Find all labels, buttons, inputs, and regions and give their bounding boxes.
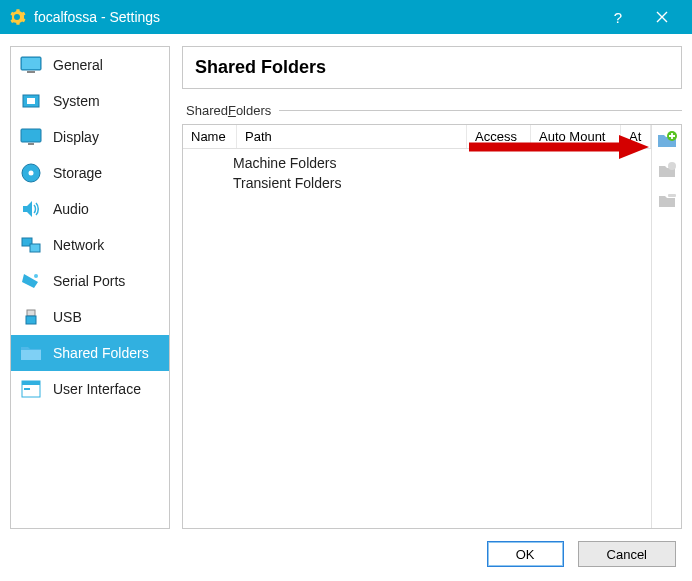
svg-rect-19 xyxy=(668,194,676,197)
edit-share-button[interactable] xyxy=(656,159,678,181)
sidebar-item-general[interactable]: General xyxy=(11,47,169,83)
remove-share-button[interactable] xyxy=(656,189,678,211)
help-button[interactable]: ? xyxy=(596,0,640,34)
svg-rect-1 xyxy=(22,58,40,69)
sidebar-item-label: Shared Folders xyxy=(53,345,149,361)
row-machine-folders[interactable]: Machine Folders xyxy=(233,155,651,171)
svg-point-18 xyxy=(668,162,676,170)
gear-icon xyxy=(8,8,26,26)
row-transient-folders[interactable]: Transient Folders xyxy=(233,175,651,191)
network-icon xyxy=(19,235,43,255)
settings-sidebar: General System Display Storage Audio Net… xyxy=(10,46,170,529)
sidebar-item-label: Network xyxy=(53,237,104,253)
sidebar-item-shared-folders[interactable]: Shared Folders xyxy=(11,335,169,371)
disk-icon xyxy=(19,163,43,183)
sidebar-item-label: General xyxy=(53,57,103,73)
sidebar-item-usb[interactable]: USB xyxy=(11,299,169,335)
sidebar-item-label: Serial Ports xyxy=(53,273,125,289)
table-rows: Machine Folders Transient Folders xyxy=(183,149,651,195)
svg-rect-16 xyxy=(24,388,30,390)
sidebar-item-label: USB xyxy=(53,309,82,325)
chip-icon xyxy=(19,91,43,111)
svg-point-8 xyxy=(29,171,34,176)
svg-rect-10 xyxy=(30,244,40,252)
page-title: Shared Folders xyxy=(182,46,682,89)
col-access[interactable]: Access xyxy=(467,125,531,148)
sidebar-item-label: Display xyxy=(53,129,99,145)
close-button[interactable] xyxy=(640,0,684,34)
window-title: focalfossa - Settings xyxy=(34,9,596,25)
ok-button[interactable]: OK xyxy=(487,541,564,567)
col-name[interactable]: Name xyxy=(183,125,237,148)
col-auto-mount[interactable]: Auto Mount xyxy=(531,125,621,148)
sidebar-item-audio[interactable]: Audio xyxy=(11,191,169,227)
shared-folders-table: Name Path Access Auto Mount At Machine F… xyxy=(182,124,682,529)
sidebar-item-storage[interactable]: Storage xyxy=(11,155,169,191)
svg-rect-13 xyxy=(26,316,36,324)
sidebar-item-ui[interactable]: User Interface xyxy=(11,371,169,407)
audio-icon xyxy=(19,199,43,219)
table-toolbar xyxy=(651,125,681,528)
ui-icon xyxy=(19,379,43,399)
titlebar: focalfossa - Settings ? xyxy=(0,0,692,34)
sidebar-item-display[interactable]: Display xyxy=(11,119,169,155)
svg-point-11 xyxy=(34,274,38,278)
folder-icon xyxy=(19,343,43,363)
svg-rect-15 xyxy=(22,381,40,385)
main-panel: Shared Folders Shared Folders Name Path … xyxy=(182,46,682,529)
monitor-icon xyxy=(19,55,43,75)
sidebar-item-label: System xyxy=(53,93,100,109)
svg-rect-5 xyxy=(21,129,41,142)
svg-rect-2 xyxy=(27,71,35,73)
col-at[interactable]: At xyxy=(621,125,651,148)
sidebar-item-serial[interactable]: Serial Ports xyxy=(11,263,169,299)
svg-rect-4 xyxy=(27,98,35,104)
display-icon xyxy=(19,127,43,147)
dialog-footer: OK Cancel xyxy=(0,529,692,579)
cancel-button[interactable]: Cancel xyxy=(578,541,676,567)
svg-rect-12 xyxy=(27,310,35,316)
usb-icon xyxy=(19,307,43,327)
sidebar-item-label: Storage xyxy=(53,165,102,181)
content-area: General System Display Storage Audio Net… xyxy=(0,34,692,529)
serial-icon xyxy=(19,271,43,291)
sidebar-item-label: User Interface xyxy=(53,381,141,397)
add-share-button[interactable] xyxy=(656,129,678,151)
column-headers: Name Path Access Auto Mount At xyxy=(183,125,651,149)
col-path[interactable]: Path xyxy=(237,125,467,148)
section-label: Shared Folders xyxy=(186,103,682,118)
sidebar-item-label: Audio xyxy=(53,201,89,217)
svg-rect-6 xyxy=(28,143,34,145)
sidebar-item-network[interactable]: Network xyxy=(11,227,169,263)
sidebar-item-system[interactable]: System xyxy=(11,83,169,119)
